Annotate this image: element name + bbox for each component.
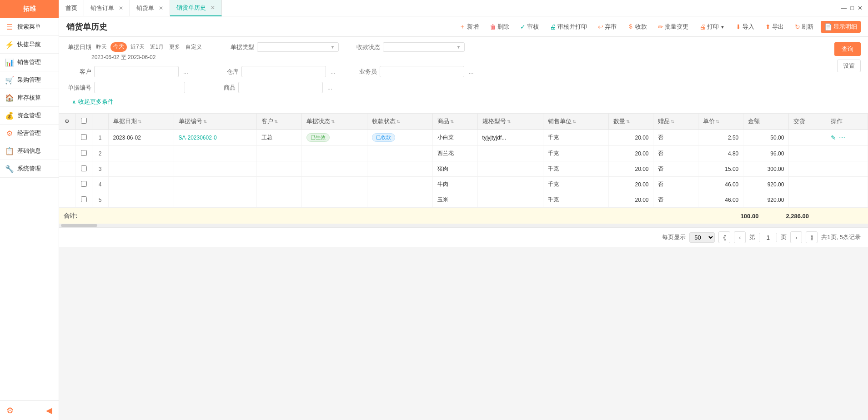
- warehouse-input[interactable]: [241, 66, 326, 77]
- row-docno-1[interactable]: [174, 146, 256, 161]
- col-gear[interactable]: ⚙: [59, 114, 75, 130]
- toolbar: ＋ 新增 🗑 删除 ✓ 审核 🖨 审核并打印 ↩ 弃审: [456, 21, 861, 33]
- sidebar-item-sales-mgmt[interactable]: 📊 销售管理: [0, 54, 59, 71]
- date-opt-today[interactable]: 今天: [110, 42, 127, 52]
- col-docno[interactable]: 单据编号⇅: [174, 114, 256, 130]
- row-docno-4[interactable]: [174, 192, 256, 208]
- salesperson-dots[interactable]: ...: [469, 68, 474, 75]
- refresh-button[interactable]: ↻ 刷新: [791, 21, 817, 33]
- col-transaction: 交货: [789, 114, 826, 130]
- sidebar-item-search-menu[interactable]: ☰ 搜索菜单: [0, 18, 59, 36]
- sidebar-settings-icon[interactable]: ⚙: [6, 405, 14, 415]
- collapse-filter-btn[interactable]: ∧ 收起更多条件: [66, 96, 861, 108]
- tab-sales-order[interactable]: 销售订单 ✕: [84, 0, 130, 16]
- tab-sales-delivery[interactable]: 销货单 ✕: [130, 0, 170, 16]
- row-docno-3[interactable]: [174, 177, 256, 192]
- audit-button[interactable]: ✓ 审核: [517, 21, 542, 33]
- sidebar-item-system-mgmt[interactable]: 🔧 系统管理: [0, 160, 59, 178]
- col-unit[interactable]: 销售单位⇅: [543, 114, 608, 130]
- row-checkbox-3[interactable]: [75, 177, 92, 192]
- col-checkbox[interactable]: [75, 114, 92, 130]
- row-num-3: 4: [92, 177, 108, 192]
- salesperson-input[interactable]: [380, 66, 464, 77]
- filter-settings-button[interactable]: 设置: [837, 60, 861, 72]
- warehouse-dots[interactable]: ...: [331, 68, 336, 75]
- tab-sales-history[interactable]: 销货单历史 ✕: [170, 0, 222, 16]
- customer-dots[interactable]: ...: [183, 68, 188, 75]
- sidebar-item-quick-nav[interactable]: ⚡ 快捷导航: [0, 36, 59, 54]
- more-icon[interactable]: ⋯: [839, 134, 845, 141]
- select-all-checkbox[interactable]: [81, 118, 87, 124]
- pay-status-select-wrapper[interactable]: ▼: [383, 42, 465, 52]
- tab-sales-delivery-close[interactable]: ✕: [159, 5, 163, 11]
- last-page-btn[interactable]: ⟫: [806, 231, 818, 243]
- audit-print-button[interactable]: 🖨 审核并打印: [546, 21, 591, 33]
- collect-button[interactable]: ＄ 收款: [624, 21, 651, 33]
- show-detail-button[interactable]: 📄 显示明细: [821, 21, 861, 33]
- export-button[interactable]: ⬆ 导出: [762, 21, 788, 33]
- col-date[interactable]: 单据日期⇅: [108, 114, 174, 130]
- col-docstatus[interactable]: 单据状态⇅: [301, 114, 367, 130]
- doc-type-select-wrapper[interactable]: ▼: [257, 42, 339, 52]
- sidebar-item-label: 搜索菜单: [17, 23, 41, 31]
- col-gift[interactable]: 赠品⇅: [653, 114, 698, 130]
- print-button[interactable]: 🖨 打印 ▼: [696, 21, 728, 33]
- sidebar-item-purchase-mgmt[interactable]: 🛒 采购管理: [0, 71, 59, 89]
- table-row: 4牛肉千克20.00否46.00920.00: [59, 177, 868, 192]
- col-qty[interactable]: 数量⇅: [608, 114, 653, 130]
- window-close-btn[interactable]: ✕: [858, 5, 863, 11]
- window-minimize-btn[interactable]: —: [841, 5, 847, 11]
- query-button[interactable]: 查询: [834, 42, 861, 56]
- row-date-2: [108, 161, 174, 177]
- edit-icon[interactable]: ✎: [831, 134, 836, 141]
- col-spec[interactable]: 规格型号⇅: [477, 114, 543, 130]
- doc-no-input[interactable]: [94, 82, 185, 93]
- new-button[interactable]: ＋ 新增: [456, 21, 482, 33]
- audit-print-label: 审核并打印: [557, 23, 587, 31]
- abandon-button[interactable]: ↩ 弃审: [594, 21, 620, 33]
- horizontal-scrollbar[interactable]: [59, 224, 868, 227]
- row-docno-2[interactable]: [174, 161, 256, 177]
- col-customer[interactable]: 客户⇅: [256, 114, 301, 130]
- row-docno-0[interactable]: SA-20230602-0: [174, 130, 256, 146]
- table-wrapper: ⚙ 单据日期⇅ 单据编号⇅ 客户⇅ 单据状态⇅ 收款状态⇅ 商品⇅ 规格型号⇅ …: [59, 114, 868, 208]
- row-amount-2: 300.00: [743, 161, 789, 177]
- row-goods-4: 玉米: [432, 192, 477, 208]
- row-checkbox-4[interactable]: [75, 192, 92, 208]
- sidebar-collapse-icon[interactable]: ◀: [46, 405, 52, 415]
- first-page-btn[interactable]: ⟪: [718, 231, 730, 243]
- date-opt-last7[interactable]: 近7天: [129, 42, 146, 52]
- prev-page-btn[interactable]: ‹: [734, 231, 746, 243]
- next-page-btn[interactable]: ›: [790, 231, 802, 243]
- date-opt-more[interactable]: 更多: [167, 42, 182, 52]
- sidebar-item-basic-info[interactable]: 📋 基础信息: [0, 142, 59, 160]
- per-page-select[interactable]: 50 10 20 100: [689, 232, 715, 243]
- batch-change-button[interactable]: ✏ 批量变更: [654, 21, 692, 33]
- sidebar-item-operation-mgmt[interactable]: ⚙ 经营管理: [0, 125, 59, 142]
- current-page-input[interactable]: [759, 233, 777, 242]
- goods-dots[interactable]: ...: [327, 84, 332, 91]
- tab-home[interactable]: 首页: [59, 0, 84, 16]
- sidebar-item-finance-mgmt[interactable]: 💰 资金管理: [0, 107, 59, 125]
- col-price[interactable]: 单价⇅: [698, 114, 743, 130]
- delete-button[interactable]: 🗑 删除: [486, 21, 513, 33]
- filter-section: 单据日期 昨天 今天 近7天 近1月 更多 自定义: [59, 37, 868, 114]
- row-checkbox-1[interactable]: [75, 146, 92, 161]
- sort-docstatus-icon: ⇅: [331, 119, 335, 124]
- import-button[interactable]: ⬇ 导入: [732, 21, 758, 33]
- row-checkbox-0[interactable]: [75, 130, 92, 146]
- col-paystatus[interactable]: 收款状态⇅: [367, 114, 432, 130]
- date-opt-yesterday[interactable]: 昨天: [94, 42, 109, 52]
- tab-sales-order-close[interactable]: ✕: [119, 5, 123, 11]
- tab-sales-history-close[interactable]: ✕: [211, 5, 215, 11]
- date-opt-custom[interactable]: 自定义: [184, 42, 204, 52]
- date-opt-last1month[interactable]: 近1月: [148, 42, 166, 52]
- scroll-thumb[interactable]: [61, 224, 97, 227]
- col-goods[interactable]: 商品⇅: [432, 114, 477, 130]
- row-checkbox-2[interactable]: [75, 161, 92, 177]
- customer-input[interactable]: [94, 66, 179, 77]
- goods-input[interactable]: [238, 82, 323, 93]
- row-paystatus-3: [367, 177, 432, 192]
- window-maximize-btn[interactable]: □: [850, 5, 854, 11]
- sidebar-item-inventory[interactable]: 🏠 库存核算: [0, 89, 59, 107]
